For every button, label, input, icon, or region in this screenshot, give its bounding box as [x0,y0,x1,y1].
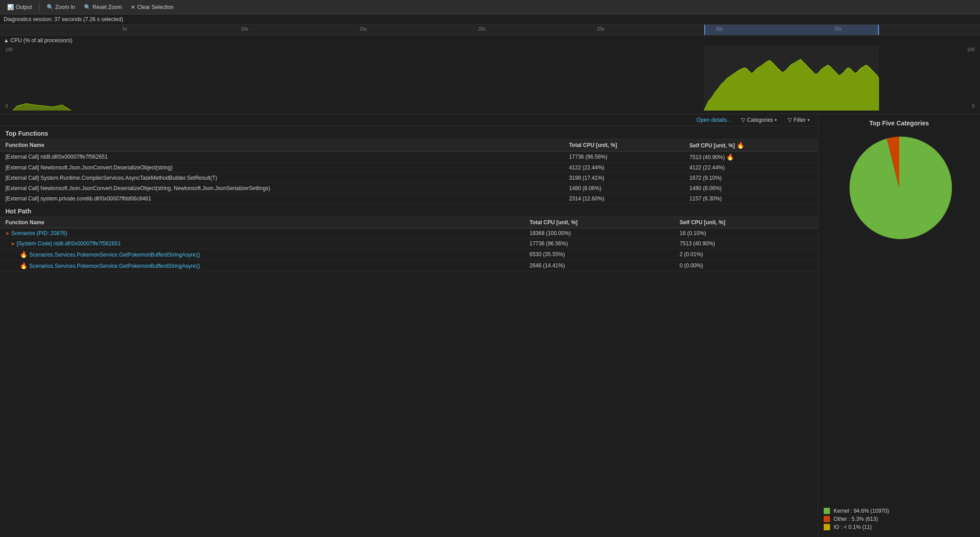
top-functions-row[interactable]: [External Call] system.private.corelib.d… [0,194,818,204]
arrow-icon: ➤ [5,231,9,236]
output-icon: 📊 [7,4,14,10]
total-cpu-cell: 1480 (8.06%) [564,183,684,194]
top-functions-table: Function Name Total CPU [unit, %] Self C… [0,139,818,204]
hot-path-row[interactable]: 🔥Scenarios.Services.PokemonService.GetPo… [0,249,818,260]
clear-selection-icon: ✕ [131,4,135,10]
filter-icon-2: ▽ [788,117,792,123]
zoom-in-icon: 🔍 [47,4,53,10]
top-functions-row[interactable]: [External Call] ntdll.dll!0x00007ffe7f56… [0,151,818,163]
col-self-cpu-1: Self CPU [unit, %] 🔥 [684,139,818,151]
hot-path-row[interactable]: ➤[System Code] ntdll.dll!0x00007ffe7f562… [0,239,818,249]
hot-icon-header: 🔥 [737,142,744,149]
legend-label: Kernel : 94.6% (10970) [834,508,889,514]
hot-path-header-row: Function Name Total CPU [unit, %] Self C… [0,217,818,228]
hp-self-cpu-cell: 2 (0.01%) [674,249,818,260]
filter-button[interactable]: ▽ Filter ▾ [785,116,812,124]
cpu-waveform [704,59,878,111]
hp-fn-name: Scenarios (PID: 20876) [11,230,67,236]
cpu-y-max-right: 100 [967,47,975,52]
top-functions-row[interactable]: [External Call] System.Runtime.CompilerS… [0,173,818,183]
hp-total-cpu-cell: 17736 (96.56%) [524,239,674,249]
session-bar: Diagnostics session: 37 seconds (7.26 s … [0,14,980,25]
categories-caret: ▾ [775,118,777,122]
pie-chart-svg [845,134,953,242]
toolbar: 📊 Output 🔍 Zoom In 🔍 Reset Zoom ✕ Clear … [0,0,980,14]
legend-item: Other : 5.3% (613) [824,516,975,522]
legend-label: Other : 5.3% (613) [834,516,878,522]
filter-caret: ▾ [808,118,810,122]
output-button[interactable]: 📊 Output [4,3,35,11]
top-functions-section: Top Functions Function Name Total CPU [u… [0,126,818,204]
col-self-cpu-2: Self CPU [unit, %] [674,217,818,228]
main-content: Open details... ▽ Categories ▾ ▽ Filter … [0,114,980,537]
categories-label: Categories [747,117,773,123]
hp-fn-name: Scenarios.Services.PokemonService.GetPok… [29,252,200,258]
self-cpu-cell: 4122 (22.44%) [684,163,818,173]
hot-path-title: Hot Path [0,204,818,217]
cpu-label-row: ▲ CPU (% of all processors) [0,36,980,45]
fn-name-cell: [External Call] Newtonsoft.Json.JsonConv… [0,163,564,173]
clear-selection-button[interactable]: ✕ Clear Selection [127,3,177,11]
total-cpu-cell: 3198 (17.41%) [564,173,684,183]
cpu-y-max: 100 [5,47,13,52]
cpu-section: ▲ CPU (% of all processors) 100 0 100 0 [0,36,980,114]
tick-15s: 15s [360,27,367,31]
self-cpu-header-1: Self CPU [unit, %] [689,142,735,149]
hp-total-cpu-cell: 2646 (14.41%) [524,260,674,271]
clear-selection-label: Clear Selection [137,4,173,10]
hp-total-cpu-cell: 18368 (100.00%) [524,228,674,239]
filter-label: Filter [794,117,806,123]
legend-item: Kernel : 94.6% (10970) [824,508,975,514]
tick-25s: 25s [597,27,604,31]
cpu-y-min-right: 0 [972,104,975,109]
timeline-selection[interactable] [704,25,879,35]
self-cpu-cell: 1157 (6.30%) [684,194,818,204]
top-functions-title: Top Functions [0,126,818,139]
hp-fn-name: [System Code] ntdll.dll!0x00007ffe7f5626… [17,240,121,247]
chart-dark-right [878,45,976,111]
cpu-y-min: 0 [5,104,8,109]
open-details-button[interactable]: Open details... [695,116,733,124]
col-total-cpu-2: Total CPU [unit, %] [524,217,674,228]
zoom-in-label: Zoom In [55,4,75,10]
col-function-name-2: Function Name [0,217,524,228]
zoom-in-button[interactable]: 🔍 Zoom In [43,3,79,11]
legend-label: IO : < 0.1% (11) [834,524,872,530]
self-cpu-cell: 1480 (8.06%) [684,183,818,194]
hot-path-section: Hot Path Function Name Total CPU [unit, … [0,204,818,271]
analysis-toolbar: Open details... ▽ Categories ▾ ▽ Filter … [0,114,818,126]
hot-path-row[interactable]: 🔥Scenarios.Services.PokemonService.GetPo… [0,260,818,271]
right-panel: Top Five Categories Kernel : 94.6% (1097… [818,114,980,537]
pie-chart-title: Top Five Categories [870,120,929,127]
categories-button[interactable]: ▽ Categories ▾ [738,116,780,124]
tick-10s: 10s [241,27,248,31]
top-functions-header-row: Function Name Total CPU [unit, %] Self C… [0,139,818,151]
pie-kernel-slice [849,137,952,239]
hot-path-table: Function Name Total CPU [unit, %] Self C… [0,217,818,271]
flame-icon: 🔥 [20,262,27,269]
cpu-section-label: ▲ CPU (% of all processors) [4,37,72,44]
timeline: 5s 10s 15s 20s 25s 30s 35s [0,25,980,36]
pie-legend: Kernel : 94.6% (10970) Other : 5.3% (613… [824,504,975,532]
timeline-inner: 5s 10s 15s 20s 25s 30s 35s [4,25,976,35]
reset-zoom-button[interactable]: 🔍 Reset Zoom [80,3,125,11]
legend-color-box [824,508,830,514]
total-cpu-cell: 2314 (12.60%) [564,194,684,204]
hp-fn-name-cell: 🔥Scenarios.Services.PokemonService.GetPo… [0,249,524,260]
cpu-graph-area: 100 0 100 0 [4,45,976,111]
tick-5s: 5s [122,27,127,31]
hot-flame-icon: 🔥 [726,153,734,160]
pie-chart-container [845,134,953,242]
hot-path-row[interactable]: ➤Scenarios (PID: 20876) 18368 (100.00%) … [0,228,818,239]
fn-name-cell: [External Call] ntdll.dll!0x00007ffe7f56… [0,151,564,163]
hp-fn-name-cell: 🔥Scenarios.Services.PokemonService.GetPo… [0,260,524,271]
top-functions-row[interactable]: [External Call] Newtonsoft.Json.JsonConv… [0,163,818,173]
top-functions-body: [External Call] ntdll.dll!0x00007ffe7f56… [0,151,818,204]
flame-icon: 🔥 [20,251,27,258]
total-cpu-cell: 4122 (22.44%) [564,163,684,173]
session-info: Diagnostics session: 37 seconds (7.26 s … [4,16,123,22]
open-details-label: Open details... [697,117,731,123]
filter-icon-1: ▽ [741,117,745,123]
top-functions-row[interactable]: [External Call] Newtonsoft.Json.JsonConv… [0,183,818,194]
hp-total-cpu-cell: 6530 (35.55%) [524,249,674,260]
